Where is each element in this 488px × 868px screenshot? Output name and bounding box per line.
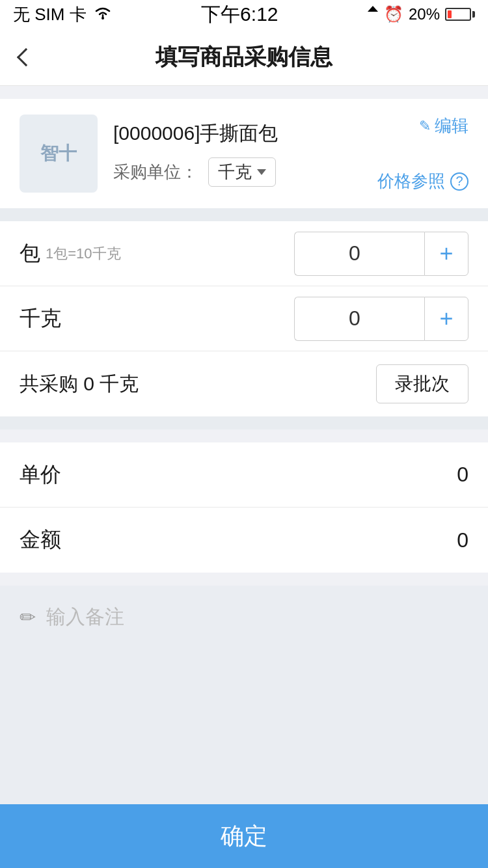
status-right: ⏰ 20%: [367, 5, 475, 23]
remark-placeholder: 输入备注: [46, 604, 124, 631]
product-logo: 智十: [40, 141, 77, 166]
edit-button[interactable]: ✎ 编辑: [419, 115, 468, 137]
price-section: 单价 0 金额 0: [0, 442, 488, 573]
kg-plus-button[interactable]: +: [424, 297, 468, 341]
remark-section[interactable]: ✏ 输入备注: [0, 586, 488, 649]
back-button[interactable]: [0, 29, 52, 86]
summary-row: 共采购 0 千克 录批次: [0, 351, 488, 416]
no-sim-text: 无 SIM 卡: [13, 3, 87, 26]
unit-label: 采购单位：: [113, 161, 198, 183]
battery-icon: [445, 8, 475, 21]
page-title: 填写商品采购信息: [0, 42, 488, 72]
back-arrow-icon: [17, 47, 35, 66]
status-bar: 无 SIM 卡 下午6:12 ⏰ 20%: [0, 0, 488, 29]
alarm-icon: ⏰: [384, 5, 403, 23]
kg-input-row: 千克 +: [0, 286, 488, 351]
price-ref-button[interactable]: 价格参照 ?: [377, 170, 468, 193]
product-image: 智十: [20, 115, 98, 193]
bao-label: 包: [20, 239, 40, 268]
nav-bar: 填写商品采购信息: [0, 29, 488, 86]
product-card: 智十 [0000006]手撕面包 采购单位： 千克 ✎ 编辑 价格参照 ?: [0, 99, 488, 208]
section-divider-2: [0, 416, 488, 429]
amount-row: 金额 0: [0, 508, 488, 573]
amount-value: 0: [457, 528, 468, 552]
wifi-icon: [93, 5, 113, 25]
input-section: 包 1包=10千克 + 千克 +: [0, 221, 488, 351]
pencil-icon: ✏: [20, 606, 36, 629]
info-icon: ?: [450, 172, 468, 191]
edit-label: 编辑: [435, 115, 468, 137]
bao-plus-button[interactable]: +: [424, 232, 468, 276]
kg-input-wrapper: +: [294, 297, 468, 341]
bao-input[interactable]: [294, 232, 424, 276]
product-name: [0000006]手撕面包: [113, 120, 468, 147]
status-time: 下午6:12: [201, 1, 278, 28]
unit-price-row: 单价 0: [0, 442, 488, 508]
unit-value: 千克: [218, 161, 252, 183]
battery-percent: 20%: [409, 5, 440, 23]
edit-icon: ✎: [419, 118, 431, 135]
unit-dropdown[interactable]: 千克: [208, 157, 276, 187]
bao-input-wrapper: +: [294, 232, 468, 276]
bao-hint: 1包=10千克: [46, 244, 294, 264]
confirm-button[interactable]: 确定: [0, 804, 488, 868]
summary-text: 共采购 0 千克: [20, 371, 139, 398]
kg-input[interactable]: [294, 297, 424, 341]
amount-label: 金额: [20, 526, 61, 554]
status-left: 无 SIM 卡: [13, 3, 113, 26]
location-icon: [367, 5, 379, 23]
kg-label: 千克: [20, 305, 61, 333]
chevron-down-icon: [257, 169, 266, 175]
section-divider-1: [0, 208, 488, 221]
unit-price-label: 单价: [20, 461, 61, 489]
bao-input-row: 包 1包=10千克 +: [0, 221, 488, 286]
svg-marker-1: [368, 6, 378, 12]
svg-point-0: [102, 17, 104, 20]
price-ref-label: 价格参照: [377, 170, 445, 193]
batch-button[interactable]: 录批次: [376, 364, 468, 403]
unit-price-value: 0: [457, 463, 468, 487]
